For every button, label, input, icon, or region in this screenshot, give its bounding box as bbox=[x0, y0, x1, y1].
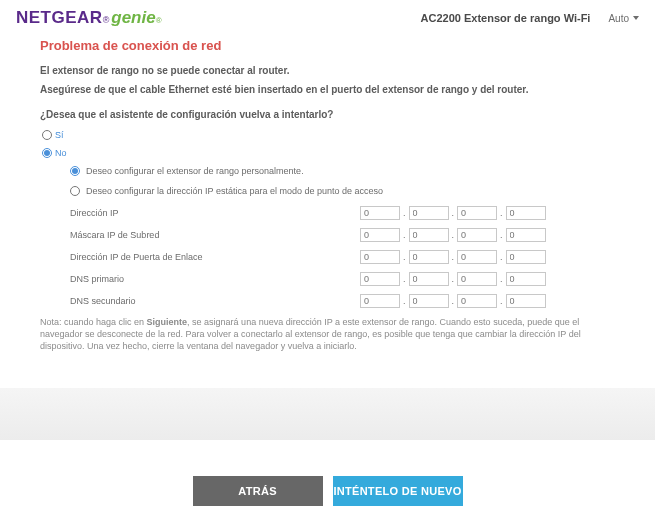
gateway-octet-input[interactable] bbox=[506, 250, 546, 264]
dns-primary-row: DNS primario . . . bbox=[70, 272, 615, 286]
ip-octet-input[interactable] bbox=[360, 206, 400, 220]
retry-yes-option[interactable]: Sí bbox=[42, 130, 615, 140]
gateway-label: Dirección IP de Puerta de Enlace bbox=[70, 252, 360, 262]
config-static-radio[interactable] bbox=[70, 186, 80, 196]
dot-separator: . bbox=[500, 274, 503, 284]
dot-separator: . bbox=[500, 296, 503, 306]
ip-address-label: Dirección IP bbox=[70, 208, 360, 218]
note-bold: Siguiente bbox=[147, 317, 188, 327]
config-static-label: Deseo configurar la dirección IP estátic… bbox=[86, 186, 383, 196]
gateway-row: Dirección IP de Puerta de Enlace . . . bbox=[70, 250, 615, 264]
ip-octet-input[interactable] bbox=[506, 206, 546, 220]
dns1-octet-input[interactable] bbox=[360, 272, 400, 286]
gradient-band bbox=[0, 388, 655, 440]
language-label: Auto bbox=[608, 13, 629, 24]
dns-primary-label: DNS primario bbox=[70, 274, 360, 284]
retry-no-radio[interactable] bbox=[42, 148, 52, 158]
retry-yes-radio[interactable] bbox=[42, 130, 52, 140]
config-static-option[interactable]: Deseo configurar la dirección IP estátic… bbox=[70, 186, 615, 196]
note-text: Nota: cuando haga clic en Siguiente, se … bbox=[0, 316, 655, 352]
dns1-octet-input[interactable] bbox=[457, 272, 497, 286]
language-selector[interactable]: Auto bbox=[608, 13, 639, 24]
dns2-octet-input[interactable] bbox=[409, 294, 449, 308]
dot-separator: . bbox=[500, 208, 503, 218]
model-label: AC2200 Extensor de rango Wi-Fi bbox=[421, 12, 591, 24]
manual-config-block: Deseo configurar el extensor de rango pe… bbox=[70, 166, 615, 308]
retry-no-label: No bbox=[55, 148, 67, 158]
dns1-octet-input[interactable] bbox=[409, 272, 449, 286]
brand-text: NETGEAR bbox=[16, 8, 103, 28]
dot-separator: . bbox=[452, 274, 455, 284]
dns1-octet-input[interactable] bbox=[506, 272, 546, 286]
registered-icon: ® bbox=[156, 16, 162, 25]
ip-octet-input[interactable] bbox=[409, 206, 449, 220]
error-message-2: Asegúrese de que el cable Ethernet esté … bbox=[40, 84, 615, 95]
footer-buttons: ATRÁS INTÉNTELO DE NUEVO bbox=[0, 476, 655, 516]
subnet-octet-input[interactable] bbox=[457, 228, 497, 242]
registered-icon: ® bbox=[103, 15, 110, 25]
dot-separator: . bbox=[403, 274, 406, 284]
subnet-octet-input[interactable] bbox=[506, 228, 546, 242]
logo: NETGEAR® genie® bbox=[16, 8, 162, 28]
dot-separator: . bbox=[403, 230, 406, 240]
dns2-octet-input[interactable] bbox=[457, 294, 497, 308]
gateway-octet-input[interactable] bbox=[457, 250, 497, 264]
main-content: Problema de conexión de red El extensor … bbox=[0, 34, 655, 308]
dot-separator: . bbox=[452, 252, 455, 262]
chevron-down-icon bbox=[633, 16, 639, 20]
config-manual-radio[interactable] bbox=[70, 166, 80, 176]
dot-separator: . bbox=[452, 208, 455, 218]
retry-question: ¿Desea que el asistente de configuración… bbox=[40, 109, 615, 120]
config-manual-label: Deseo configurar el extensor de rango pe… bbox=[86, 166, 304, 176]
retry-no-option[interactable]: No bbox=[42, 148, 615, 158]
dot-separator: . bbox=[452, 230, 455, 240]
header: NETGEAR® genie® AC2200 Extensor de rango… bbox=[0, 0, 655, 34]
back-button[interactable]: ATRÁS bbox=[193, 476, 323, 506]
gateway-octet-input[interactable] bbox=[409, 250, 449, 264]
subnet-mask-row: Máscara IP de Subred . . . bbox=[70, 228, 615, 242]
dns2-octet-input[interactable] bbox=[360, 294, 400, 308]
ip-address-row: Dirección IP . . . bbox=[70, 206, 615, 220]
dns-secondary-row: DNS secundario . . . bbox=[70, 294, 615, 308]
dot-separator: . bbox=[500, 252, 503, 262]
dns-secondary-label: DNS secundario bbox=[70, 296, 360, 306]
dot-separator: . bbox=[403, 208, 406, 218]
gateway-octet-input[interactable] bbox=[360, 250, 400, 264]
dot-separator: . bbox=[403, 252, 406, 262]
page-title: Problema de conexión de red bbox=[40, 38, 615, 53]
subnet-octet-input[interactable] bbox=[409, 228, 449, 242]
dot-separator: . bbox=[403, 296, 406, 306]
note-prefix: Nota: cuando haga clic en bbox=[40, 317, 147, 327]
error-message-1: El extensor de rango no se puede conecta… bbox=[40, 65, 615, 76]
retry-yes-label: Sí bbox=[55, 130, 64, 140]
subnet-octet-input[interactable] bbox=[360, 228, 400, 242]
dns2-octet-input[interactable] bbox=[506, 294, 546, 308]
config-manual-option[interactable]: Deseo configurar el extensor de rango pe… bbox=[70, 166, 615, 176]
ip-octet-input[interactable] bbox=[457, 206, 497, 220]
subnet-mask-label: Máscara IP de Subred bbox=[70, 230, 360, 240]
subbrand-text: genie bbox=[111, 8, 155, 28]
dot-separator: . bbox=[500, 230, 503, 240]
dot-separator: . bbox=[452, 296, 455, 306]
retry-button[interactable]: INTÉNTELO DE NUEVO bbox=[333, 476, 463, 506]
